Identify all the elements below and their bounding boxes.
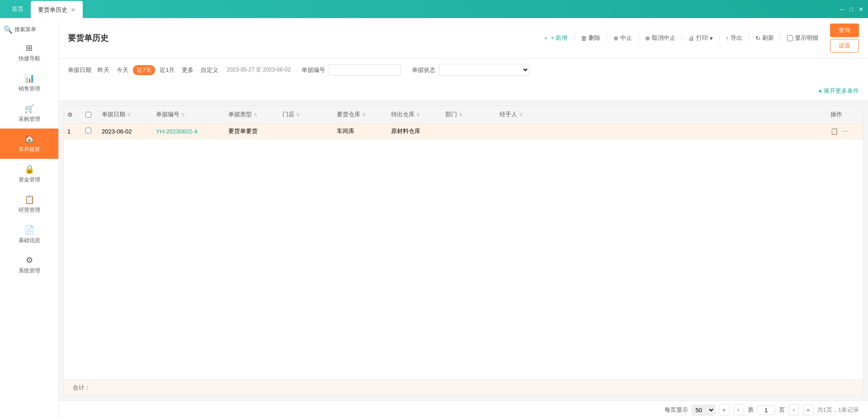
sort-icon-num: ⇅: [181, 112, 185, 117]
settings-col-icon: ⚙: [67, 111, 73, 118]
page-size-select[interactable]: 50 20 100: [692, 405, 715, 415]
sort-icon-pending: ⇅: [416, 112, 420, 117]
date-options: 昨天 今天 近7天 近1月 更多 自定义: [95, 65, 221, 75]
th-date[interactable]: 单据日期 ⇅: [98, 106, 152, 123]
sidebar-item-label: 资金管理: [19, 176, 40, 184]
th-warehouse-label: 要货仓库: [337, 110, 360, 119]
tab-home[interactable]: 首页: [5, 0, 31, 18]
th-store-label: 门店: [283, 110, 294, 119]
last-page-button[interactable]: »: [803, 405, 814, 415]
top-bar-right: ─ □ ✕: [840, 6, 863, 13]
td-num: YH-20230602-4: [152, 124, 225, 138]
window-minimize-icon[interactable]: ─: [840, 6, 844, 13]
date-opt-custom[interactable]: 自定义: [198, 65, 221, 75]
th-type-label: 单据类型: [228, 110, 252, 119]
sidebar-item-basic-info[interactable]: 📄 基础信息: [0, 219, 58, 250]
th-ops: 操作: [827, 106, 863, 123]
content-area: 要货单历史 ＋ + 新增 🗑 删除 ⊗ 中止 ⊗: [59, 18, 868, 419]
sidebar-item-sales[interactable]: 📊 销售管理: [0, 68, 58, 98]
print-icon: 🖨: [689, 35, 694, 42]
table-footer: 合计：: [64, 380, 863, 395]
date-opt-7days[interactable]: 近7天: [133, 65, 155, 75]
system-icon: ⚙: [26, 255, 33, 265]
row-num-link[interactable]: YH-20230602-4: [156, 128, 198, 135]
tab-history[interactable]: 要货单历史 ✕: [31, 1, 83, 19]
settings-button[interactable]: 设置: [830, 39, 859, 52]
total-info: 共1页，1条记录: [817, 406, 859, 414]
sidebar-item-finance[interactable]: 🔒 资金管理: [0, 159, 58, 189]
sidebar-item-label: 库存核算: [19, 146, 40, 153]
cancel-stop-button[interactable]: ⊗ 取消中止: [645, 34, 675, 42]
row-date: 2023-06-02: [102, 128, 132, 135]
row-ops: 📋 ⋯: [830, 128, 859, 135]
row-pending: 原材料仓库: [391, 128, 420, 134]
th-settings[interactable]: ⚙: [64, 107, 82, 123]
toolbar: ＋ + 新增 🗑 删除 ⊗ 中止 ⊗ 取消中止: [543, 24, 859, 52]
show-detail-checkbox[interactable]: [787, 35, 793, 41]
divider: [574, 34, 575, 42]
sidebar-item-quick-nav[interactable]: ⊞ 快捷导航: [0, 38, 58, 68]
th-handler-label: 经手人: [500, 110, 517, 119]
sidebar-item-purchase[interactable]: 🛒 采购管理: [0, 98, 58, 129]
th-num[interactable]: 单据编号 ⇅: [152, 106, 225, 123]
date-filter-label: 单据日期: [68, 66, 91, 74]
delete-icon: 🗑: [581, 35, 587, 42]
th-handler[interactable]: 经手人 ⇅: [496, 106, 827, 123]
query-button[interactable]: 查询: [830, 24, 859, 37]
th-dept[interactable]: 部门 ⇅: [442, 106, 496, 123]
prev-page-button[interactable]: ‹: [733, 405, 744, 415]
row-more-icon[interactable]: ⋯: [842, 128, 848, 135]
sidebar-search-label: 搜索菜单: [14, 26, 36, 33]
sales-icon: 📊: [24, 73, 34, 83]
stop-button[interactable]: ⊗ 中止: [613, 34, 632, 42]
bill-no-label: 单据编号: [302, 66, 325, 74]
date-opt-yesterday[interactable]: 昨天: [95, 65, 112, 75]
window-maximize-icon[interactable]: □: [849, 6, 853, 13]
tab-close-icon[interactable]: ✕: [71, 7, 75, 13]
th-warehouse[interactable]: 要货仓库 ⇅: [333, 106, 387, 123]
td-date: 2023-06-02: [98, 124, 152, 138]
sort-icon-type: ⇅: [254, 112, 257, 117]
expand-more-button[interactable]: ▾ 展开更多条件: [819, 87, 859, 95]
th-dept-label: 部门: [445, 110, 457, 119]
delete-button[interactable]: 🗑 删除: [581, 34, 600, 42]
th-store[interactable]: 门店 ⇅: [279, 106, 333, 123]
print-button[interactable]: 🖨 打印 ▾: [689, 34, 713, 42]
sidebar-item-inventory[interactable]: 🏠 库存核算: [0, 129, 58, 159]
window-close-icon[interactable]: ✕: [859, 6, 863, 13]
date-opt-more[interactable]: 更多: [179, 65, 196, 75]
th-type[interactable]: 单据类型 ⇅: [225, 106, 279, 123]
show-detail-label: 显示明细: [795, 34, 818, 42]
th-num-label: 单据编号: [156, 110, 179, 119]
th-pending[interactable]: 待出仓库 ⇅: [387, 106, 442, 123]
next-page-button[interactable]: ›: [788, 405, 799, 415]
refresh-button[interactable]: ↻ 刷新: [755, 34, 774, 42]
date-opt-today[interactable]: 今天: [114, 65, 131, 75]
show-detail-check[interactable]: 显示明细: [787, 34, 818, 42]
sort-icon-warehouse: ⇅: [362, 112, 366, 117]
status-select[interactable]: [439, 64, 529, 76]
first-page-button[interactable]: «: [719, 405, 730, 415]
td-dept: [442, 128, 496, 135]
export-label: 导出: [731, 34, 742, 42]
add-button[interactable]: ＋ + 新增: [543, 34, 567, 42]
page-number-input[interactable]: [757, 405, 775, 415]
tab-history-label: 要货单历史: [38, 6, 67, 14]
export-icon: ↑: [726, 35, 729, 42]
row-checkbox[interactable]: [85, 128, 91, 133]
date-range-text: 2023-05-27 至 2023-06-02: [226, 66, 290, 74]
sidebar-search[interactable]: 🔍 搜索菜单: [0, 22, 58, 38]
finance-icon: 🔒: [24, 164, 34, 174]
expand-more-row: ▾ 展开更多条件: [68, 87, 859, 95]
table-body: 1 2023-06-02 YH-20230602-4 要货单要货: [64, 124, 863, 380]
bill-no-input[interactable]: [329, 64, 401, 76]
sidebar-item-system[interactable]: ⚙ 系统管理: [0, 250, 58, 280]
export-button[interactable]: ↑ 导出: [726, 34, 743, 42]
row-edit-icon[interactable]: 📋: [830, 128, 838, 135]
divider7: [780, 34, 781, 42]
sidebar-item-operations[interactable]: 📋 经营管理: [0, 189, 58, 219]
date-opt-1month[interactable]: 近1月: [157, 65, 177, 75]
footer-label: 合计：: [73, 384, 90, 391]
th-pending-label: 待出仓库: [391, 110, 415, 119]
select-all-checkbox[interactable]: [85, 112, 91, 118]
